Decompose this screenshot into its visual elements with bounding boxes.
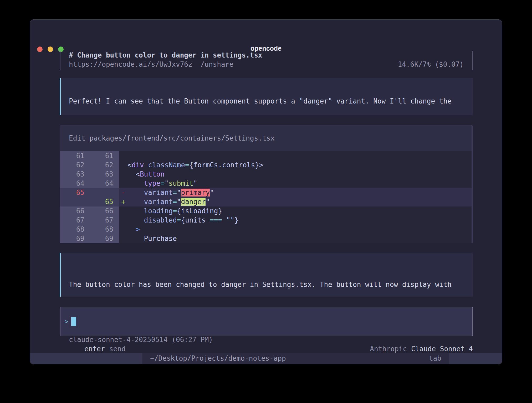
diff-row: 6969 Purchase bbox=[60, 234, 472, 243]
unshare-command[interactable]: /unshare bbox=[201, 60, 233, 69]
session-header: # Change button color to danger in setti… bbox=[60, 51, 473, 70]
enter-key-hint: enter bbox=[84, 345, 105, 353]
diff-row: 6868 > bbox=[60, 225, 472, 234]
assistant-message: The button color has been changed to dan… bbox=[60, 253, 473, 297]
diff-row: 6464 type="submit" bbox=[60, 179, 472, 188]
diff-row: 6262 <div className={formCs.controls}> bbox=[60, 161, 472, 170]
edit-file-title: Edit packages/frontend/src/containers/Se… bbox=[60, 125, 472, 151]
text-cursor bbox=[71, 317, 76, 326]
edit-tool-block: Edit packages/frontend/src/containers/Se… bbox=[60, 125, 473, 243]
session-title: # Change button color to danger in setti… bbox=[69, 51, 464, 60]
share-url[interactable]: https://opencode.ai/s/UwJxv76z bbox=[69, 60, 192, 69]
provider-label: Anthropic bbox=[370, 345, 407, 353]
diff-row: 6161 bbox=[60, 151, 472, 161]
diff-row: 6666 loading={isLoading} bbox=[60, 206, 472, 216]
hints-row: entersend AnthropicClaude Sonnet 4 bbox=[60, 335, 473, 344]
assistant-message: Perfect! I can see that the Button compo… bbox=[60, 78, 473, 115]
tab-key-hint: tab bbox=[429, 353, 441, 364]
diff-row: 65- variant="primary" bbox=[60, 188, 472, 197]
send-hint: send bbox=[109, 345, 126, 353]
message-line: Perfect! I can see that the Button compo… bbox=[69, 97, 473, 106]
model-label: Claude Sonnet 4 bbox=[411, 345, 473, 353]
status-bar: opencodev0.3.11 ~/Desktop/Projects/demo-… bbox=[30, 353, 502, 364]
diff-row: 6363 <Button bbox=[60, 170, 472, 179]
diff-view: 6161 6262 <div className={formCs.control… bbox=[60, 151, 472, 243]
diff-row: 6767 disabled={units === ""} bbox=[60, 216, 472, 225]
mode-indicator: BUILDMODE bbox=[449, 353, 502, 364]
message-line: The button color has been changed to dan… bbox=[69, 280, 473, 289]
prompt-caret: > bbox=[64, 318, 69, 326]
prompt-input[interactable]: > bbox=[60, 307, 473, 336]
diff-row: 65+ variant="danger" bbox=[60, 197, 472, 206]
project-path: ~/Desktop/Projects/demo-notes-app bbox=[150, 353, 286, 364]
app-version-badge: opencodev0.3.11 bbox=[30, 353, 142, 364]
token-usage-cost: 14.6K/7% ($0.07) bbox=[398, 60, 464, 69]
opencode-window: opencode # Change button color to danger… bbox=[30, 19, 502, 364]
